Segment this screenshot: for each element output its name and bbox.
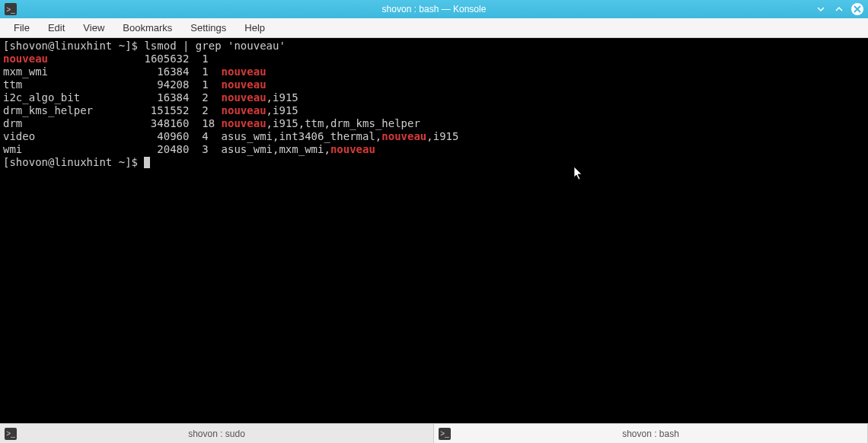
prompt-line: [shovon@linuxhint ~]$ bbox=[3, 156, 865, 169]
output-line: video 40960 4 asus_wmi,int3406_thermal,n… bbox=[3, 130, 865, 143]
menubar: File Edit View Bookmarks Settings Help bbox=[0, 18, 868, 38]
terminal-icon: >_ bbox=[5, 428, 17, 440]
output-line: drm_kms_helper 151552 2 nouveau,i915 bbox=[3, 104, 865, 117]
app-icon: >_ bbox=[5, 3, 17, 15]
output-line: nouveau 1605632 1 bbox=[3, 53, 865, 65]
menu-bookmarks[interactable]: Bookmarks bbox=[113, 19, 181, 37]
close-button[interactable] bbox=[851, 3, 863, 15]
tab-sudo[interactable]: >_ shovon : sudo bbox=[0, 424, 434, 443]
maximize-button[interactable] bbox=[833, 3, 845, 15]
window-controls bbox=[815, 3, 868, 15]
menu-file[interactable]: File bbox=[5, 19, 39, 37]
titlebar: >_ shovon : bash — Konsole bbox=[0, 0, 868, 18]
menu-view[interactable]: View bbox=[74, 19, 113, 37]
tabbar: >_ shovon : sudo >_ shovon : bash bbox=[0, 423, 868, 443]
output-line: drm 348160 18 nouveau,i915,ttm,drm_kms_h… bbox=[3, 117, 865, 130]
minimize-button[interactable] bbox=[815, 3, 827, 15]
output-line: mxm_wmi 16384 1 nouveau bbox=[3, 65, 865, 78]
terminal-icon: >_ bbox=[439, 428, 451, 440]
tab-bash[interactable]: >_ shovon : bash bbox=[434, 424, 868, 443]
text-cursor bbox=[144, 157, 150, 168]
prompt-line: [shovon@linuxhint ~]$ lsmod | grep 'nouv… bbox=[3, 40, 865, 53]
menu-edit[interactable]: Edit bbox=[39, 19, 74, 37]
output-line: ttm 94208 1 nouveau bbox=[3, 78, 865, 91]
menu-help[interactable]: Help bbox=[235, 19, 274, 37]
window-title: shovon : bash — Konsole bbox=[382, 4, 487, 14]
terminal[interactable]: [shovon@linuxhint ~]$ lsmod | grep 'nouv… bbox=[0, 38, 868, 423]
output-line: i2c_algo_bit 16384 2 nouveau,i915 bbox=[3, 91, 865, 104]
menu-settings[interactable]: Settings bbox=[181, 19, 235, 37]
tab-label: shovon : sudo bbox=[188, 429, 245, 439]
output-line: wmi 20480 3 asus_wmi,mxm_wmi,nouveau bbox=[3, 143, 865, 156]
tab-label: shovon : bash bbox=[622, 429, 679, 439]
